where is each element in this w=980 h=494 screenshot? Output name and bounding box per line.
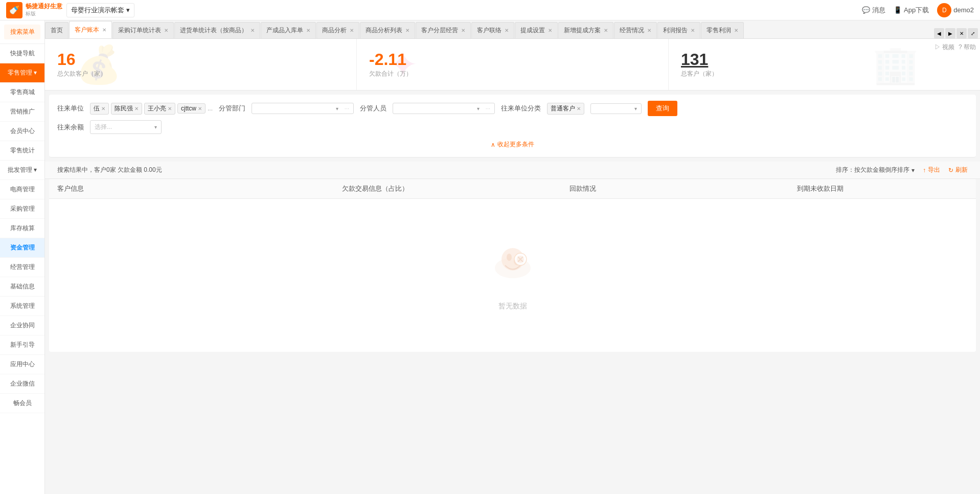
sidebar-item-finance-mgmt[interactable]: 资金管理 (0, 238, 44, 258)
sidebar-arrow-icon: ▾ (34, 69, 37, 76)
dept-arrow-icon: ▾ (336, 106, 338, 111)
sidebar-item-retail-mgmt[interactable]: 零售管理 ▾ (0, 63, 44, 83)
tab-retail-profit-label: 零售利润 (706, 26, 731, 35)
filter-tag-cjttcw-label: cjttcw (181, 105, 196, 112)
tab-goods-analysis-list[interactable]: 商品分析列表 ✕ (360, 22, 415, 38)
refresh-icon: ↻ (948, 167, 953, 174)
tab-product-instock-label: 产成品入库单 (266, 26, 303, 35)
user-area[interactable]: D demo2 (937, 3, 974, 17)
filter-tag-chen-close[interactable]: ✕ (134, 106, 139, 111)
filter-tag-cjttcw-close[interactable]: ✕ (198, 106, 202, 111)
video-help-btn[interactable]: ▷ 视频 (935, 43, 954, 52)
person-arrow-icon: ▾ (477, 106, 480, 111)
refresh-btn[interactable]: ↻ 刷新 (948, 166, 968, 174)
sidebar-item-enterprise-wechat[interactable]: 企业微信 (0, 374, 44, 394)
balance-placeholder: 选择... (95, 123, 112, 131)
logo-text: 畅捷通好生意 (26, 3, 62, 10)
sidebar-item-enterprise-collab[interactable]: 企业协同 (0, 316, 44, 335)
tab-operation[interactable]: 经营情况 ✕ (614, 22, 657, 38)
tab-next-btn[interactable]: ▶ (945, 28, 955, 38)
sort-arrow-icon: ▾ (911, 167, 915, 174)
tab-operation-label: 经营情况 (620, 26, 644, 35)
tab-customer-ledger[interactable]: 客户账本 ✕ (69, 21, 112, 38)
tab-goods-list-close-icon[interactable]: ✕ (405, 28, 409, 33)
tab-commission-settings[interactable]: 提成设置 ✕ (515, 22, 558, 38)
tab-inbound-stats[interactable]: 进货单统计表（按商品） ✕ (174, 22, 260, 38)
search-menu-btn[interactable]: 搜索菜单 (4, 25, 40, 39)
tab-operation-close-icon[interactable]: ✕ (647, 28, 651, 33)
sidebar-item-newbie-guide[interactable]: 新手引导 (0, 335, 44, 355)
sidebar-item-marketing[interactable]: 营销推广 (0, 102, 44, 122)
unit-class-filter-label: 往来单位分类 (501, 104, 541, 113)
sidebar-item-operation-mgmt[interactable]: 经营管理 (0, 258, 44, 277)
sidebar-item-quick-nav[interactable]: 快捷导航 (0, 44, 44, 63)
tab-customer-contact[interactable]: 客户联络 ✕ (471, 22, 514, 38)
filter-tag-chen-label: 陈民强 (115, 104, 133, 113)
filter-tag-normal-customer-close[interactable]: ✕ (577, 106, 581, 111)
sidebar-item-inventory[interactable]: 库存核算 (0, 219, 44, 238)
unit-class-arrow-icon: ▾ (634, 106, 637, 111)
stat-customers-label: 总欠款客户（家） (57, 70, 106, 78)
tab-purchase-order-stats[interactable]: 采购订单统计表 ✕ (112, 22, 174, 38)
tab-retail-profit-close-icon[interactable]: ✕ (734, 28, 738, 33)
dept-select[interactable]: ▾ ··· (252, 103, 354, 114)
sidebar-item-system-mgmt[interactable]: 系统管理 (0, 297, 44, 316)
stat-debt-label: 欠款合计（万） (369, 70, 412, 78)
collapse-label: 收起更多条件 (497, 140, 534, 149)
tab-prev-btn[interactable]: ◀ (934, 28, 944, 38)
main-wrapper: 搜索菜单 快捷导航 零售管理 ▾ 零售商城 营销推广 会员中心 零售统计 批发管… (0, 20, 980, 494)
collapse-btn[interactable]: ∧ 收起更多条件 (57, 138, 968, 151)
tab-commission-close-icon[interactable]: ✕ (548, 28, 552, 33)
sidebar-item-ecommerce-mgmt[interactable]: 电商管理 (0, 180, 44, 199)
person-select[interactable]: ▾ ··· (393, 103, 495, 114)
unit-filter-label: 往来单位 (57, 104, 84, 113)
tab-retail-profit[interactable]: 零售利润 ✕ (701, 22, 744, 38)
tab-goods-analysis-close-icon[interactable]: ✕ (350, 28, 354, 33)
top-bar: 🍼 畅捷通好生意 标版 母婴行业演示帐套 ▾ 💬 消息 📱 App下载 D (0, 0, 980, 20)
filter-more-btn[interactable]: ... (208, 105, 213, 112)
tab-home[interactable]: 首页 (45, 22, 69, 38)
sidebar-item-basic-info[interactable]: 基础信息 (0, 277, 44, 297)
svg-point-2 (507, 254, 512, 261)
tab-product-instock[interactable]: 产成品入库单 ✕ (261, 22, 316, 38)
result-bar: 搜索结果中，客户0家 欠款金额 0.00元 排序：按欠款金额倒序排序 ▾ ↑ 导… (45, 162, 980, 179)
query-btn[interactable]: 查询 (648, 101, 677, 116)
help-btn[interactable]: ? 帮助 (959, 43, 976, 52)
logo-sub: 标版 (26, 10, 62, 17)
empty-icon (490, 240, 536, 296)
tab-purchase-close-icon[interactable]: ✕ (164, 28, 168, 33)
filter-tag-normal-customer: 普通客户 ✕ (547, 103, 584, 115)
tab-profit-report-close-icon[interactable]: ✕ (691, 28, 695, 33)
tab-inbound-close-icon[interactable]: ✕ (250, 28, 255, 33)
tab-expand-btn[interactable]: ⤢ (968, 28, 978, 38)
export-btn[interactable]: ↑ 导出 (923, 166, 940, 174)
sidebar-item-purchase-mgmt[interactable]: 采购管理 (0, 199, 44, 219)
app-download-btn[interactable]: 📱 App下载 (894, 6, 929, 15)
stat-card-total-customers: 🏢 131 总客户（家） ▷ 视频 ? 帮助 (669, 39, 980, 90)
sidebar-item-retail-stats[interactable]: 零售统计 (0, 141, 44, 161)
unit-class-select[interactable]: ▾ (590, 103, 642, 114)
tab-goods-analysis[interactable]: 商品分析 ✕ (316, 22, 359, 38)
tab-new-commission-close-icon[interactable]: ✕ (604, 28, 608, 33)
filter-tag-wang-close[interactable]: ✕ (168, 106, 172, 111)
filter-tag-wu-close[interactable]: ✕ (101, 106, 105, 111)
tab-new-commission[interactable]: 新增提成方案 ✕ (558, 22, 613, 38)
sidebar-item-wholesale-mgmt[interactable]: 批发管理 ▾ (0, 161, 44, 180)
workspace-selector[interactable]: 母婴行业演示帐套 ▾ (66, 3, 134, 17)
balance-select[interactable]: 选择... ▾ (90, 120, 162, 134)
sidebar-item-chang-member[interactable]: 畅会员 (0, 394, 44, 413)
tab-close-all-btn[interactable]: ✕ (956, 28, 967, 38)
filter-row-2: 往来余额 选择... ▾ (57, 120, 968, 134)
tab-customer-contact-close-icon[interactable]: ✕ (505, 28, 509, 33)
tab-customer-layer[interactable]: 客户分层经营 ✕ (416, 22, 471, 38)
sidebar-item-app-center[interactable]: 应用中心 (0, 355, 44, 374)
tab-customer-ledger-close-icon[interactable]: ✕ (102, 27, 106, 33)
tab-product-close-icon[interactable]: ✕ (306, 28, 310, 33)
message-btn[interactable]: 💬 消息 (862, 6, 885, 15)
sidebar-item-member-center[interactable]: 会员中心 (0, 122, 44, 141)
tab-profit-report[interactable]: 利润报告 ✕ (657, 22, 700, 38)
sidebar-item-retail-store[interactable]: 零售商城 (0, 83, 44, 102)
tab-customer-layer-close-icon[interactable]: ✕ (461, 28, 465, 33)
sort-select[interactable]: 排序：按欠款金额倒序排序 ▾ (836, 166, 915, 174)
user-name: demo2 (953, 6, 974, 14)
